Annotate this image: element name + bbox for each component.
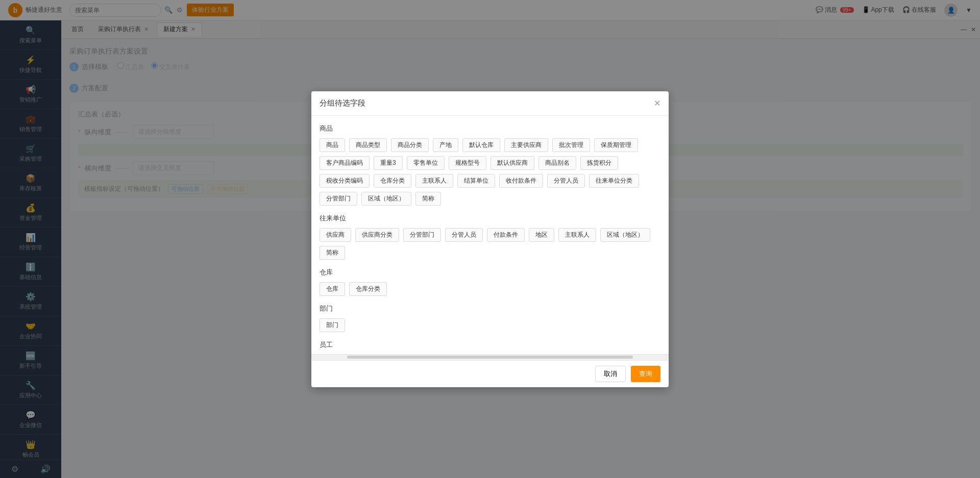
- field-tag-0-14[interactable]: 拣货积分: [580, 156, 618, 170]
- field-tag-3-0[interactable]: 部门: [320, 318, 345, 332]
- modal-section-1: 往来单位供应商供应商分类分管部门分管人员付款条件地区主联系人区域（地区）简称: [320, 214, 660, 260]
- field-tag-0-6[interactable]: 批次管理: [552, 138, 590, 152]
- field-tag-1-5[interactable]: 地区: [529, 228, 554, 242]
- field-tag-0-24[interactable]: 简称: [415, 192, 441, 206]
- field-tag-1-0[interactable]: 供应商: [320, 228, 351, 242]
- modal-title: 分组待选字段: [320, 98, 365, 108]
- field-tag-0-13[interactable]: 商品别名: [538, 156, 576, 170]
- field-tag-1-6[interactable]: 主联系人: [558, 228, 596, 242]
- section-tags-1: 供应商供应商分类分管部门分管人员付款条件地区主联系人区域（地区）简称: [320, 228, 660, 260]
- field-tag-0-16[interactable]: 仓库分类: [374, 174, 411, 188]
- modal-section-3: 部门部门: [320, 304, 660, 332]
- modal-section-2: 仓库仓库仓库分类: [320, 268, 660, 296]
- field-tag-1-4[interactable]: 付款条件: [487, 228, 525, 242]
- field-tag-0-23[interactable]: 区域（地区）: [361, 192, 411, 206]
- modal-overlay: 分组待选字段 ✕ 商品商品商品类型商品分类产地默认仓库主要供应商批次管理保质期管…: [0, 0, 980, 478]
- section-title-0: 商品: [320, 124, 660, 133]
- field-tag-0-17[interactable]: 主联系人: [415, 174, 453, 188]
- field-tag-0-9[interactable]: 重量3: [374, 156, 403, 170]
- section-title-3: 部门: [320, 304, 660, 313]
- modal-body: 商品商品商品类型商品分类产地默认仓库主要供应商批次管理保质期管理客户商品编码重量…: [311, 116, 669, 354]
- field-tag-0-22[interactable]: 分管部门: [320, 192, 357, 206]
- section-tags-3: 部门: [320, 318, 660, 332]
- modal-section-0: 商品商品商品类型商品分类产地默认仓库主要供应商批次管理保质期管理客户商品编码重量…: [320, 124, 660, 206]
- field-tag-1-3[interactable]: 分管人员: [445, 228, 483, 242]
- modal-section-4: 员工业务员: [320, 340, 660, 354]
- cancel-button[interactable]: 取消: [595, 366, 626, 382]
- field-tag-0-19[interactable]: 收付款条件: [499, 174, 543, 188]
- modal-footer: 取消 查询: [311, 360, 669, 387]
- section-title-4: 员工: [320, 340, 660, 349]
- modal-header: 分组待选字段 ✕: [311, 91, 669, 116]
- field-tag-0-20[interactable]: 分管人员: [547, 174, 585, 188]
- field-tag-0-5[interactable]: 主要供应商: [504, 138, 548, 152]
- field-tag-0-2[interactable]: 商品分类: [391, 138, 429, 152]
- section-title-1: 往来单位: [320, 214, 660, 223]
- field-tag-0-12[interactable]: 默认供应商: [491, 156, 534, 170]
- field-tag-0-3[interactable]: 产地: [433, 138, 458, 152]
- field-tag-0-11[interactable]: 规格型号: [449, 156, 486, 170]
- field-tag-2-0[interactable]: 仓库: [320, 282, 345, 296]
- field-tag-1-7[interactable]: 区域（地区）: [600, 228, 650, 242]
- section-tags-2: 仓库仓库分类: [320, 282, 660, 296]
- horizontal-scrollbar[interactable]: [311, 354, 669, 360]
- field-tag-2-1[interactable]: 仓库分类: [349, 282, 387, 296]
- field-tag-0-0[interactable]: 商品: [320, 138, 345, 152]
- field-tag-0-1[interactable]: 商品类型: [349, 138, 387, 152]
- confirm-button[interactable]: 查询: [631, 366, 660, 382]
- field-tag-0-8[interactable]: 客户商品编码: [320, 156, 370, 170]
- field-tag-1-8[interactable]: 简称: [320, 246, 345, 260]
- modal-close-btn[interactable]: ✕: [654, 98, 660, 108]
- field-tag-0-15[interactable]: 税收分类编码: [320, 174, 370, 188]
- field-tag-1-2[interactable]: 分管部门: [403, 228, 441, 242]
- field-tag-0-10[interactable]: 零售单位: [407, 156, 445, 170]
- field-tag-0-21[interactable]: 往来单位分类: [589, 174, 639, 188]
- section-tags-0: 商品商品类型商品分类产地默认仓库主要供应商批次管理保质期管理客户商品编码重量3零…: [320, 138, 660, 206]
- section-title-2: 仓库: [320, 268, 660, 277]
- field-tag-1-1[interactable]: 供应商分类: [355, 228, 399, 242]
- field-tag-0-7[interactable]: 保质期管理: [594, 138, 638, 152]
- modal-dialog: 分组待选字段 ✕ 商品商品商品类型商品分类产地默认仓库主要供应商批次管理保质期管…: [311, 91, 669, 387]
- field-tag-0-4[interactable]: 默认仓库: [462, 138, 500, 152]
- field-tag-0-18[interactable]: 结算单位: [457, 174, 495, 188]
